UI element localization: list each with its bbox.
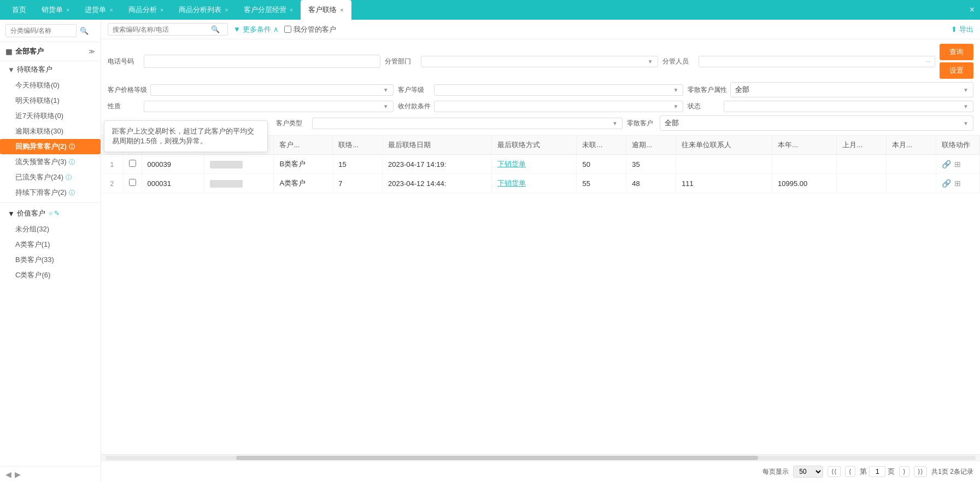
sidebar-item-unclassified[interactable]: 未分组(32) bbox=[0, 222, 101, 237]
toolbar-search-input[interactable] bbox=[113, 26, 211, 33]
close-sales-icon[interactable]: × bbox=[66, 7, 69, 13]
page-input[interactable] bbox=[869, 466, 885, 477]
row1-checkbox[interactable] bbox=[129, 160, 136, 167]
close-customer-tier-icon[interactable]: × bbox=[290, 7, 293, 13]
row1-action-cell: 🔗 ⊞ bbox=[936, 155, 980, 174]
customer-price-select[interactable]: ▼ bbox=[150, 84, 394, 96]
first-page-button[interactable]: ⟨⟨ bbox=[828, 466, 841, 477]
next-page-button[interactable]: ⟩ bbox=[899, 466, 909, 477]
sidebar-item-b-class[interactable]: B类客户(33) bbox=[0, 252, 101, 268]
customer-type-select[interactable]: ▼ bbox=[312, 118, 623, 129]
gender-arrow-icon: ▼ bbox=[383, 103, 389, 109]
loss-warning-info-icon[interactable]: ⓘ bbox=[69, 158, 75, 166]
per-page-select[interactable]: 50 20 100 bbox=[793, 466, 823, 478]
nav-item-home[interactable]: 首页 bbox=[4, 0, 34, 20]
close-customer-contact-icon[interactable]: × bbox=[340, 7, 343, 13]
horizontal-scrollbar[interactable] bbox=[101, 454, 980, 461]
row2-link-icon[interactable]: 🔗 bbox=[942, 179, 951, 188]
close-purchase-icon[interactable]: × bbox=[109, 7, 113, 13]
sidebar-item-declining[interactable]: 持续下滑客户(2) ⓘ bbox=[0, 185, 101, 200]
sidebar-scroll-right-icon[interactable]: ▶ bbox=[15, 470, 21, 479]
row1-last-contact-method[interactable]: 下销货单 bbox=[497, 160, 526, 168]
row2-overdue: 48 bbox=[632, 179, 639, 188]
row2-last-contact-method[interactable]: 下销货单 bbox=[497, 179, 526, 187]
branch-person-select[interactable]: ··· bbox=[699, 56, 935, 67]
nav-item-customer-contact[interactable]: 客户联络 × bbox=[301, 0, 351, 20]
sidebar-scroll-left-icon[interactable]: ◀ bbox=[5, 470, 11, 479]
sidebar-item-a-class[interactable]: A类客户(1) bbox=[0, 237, 101, 252]
retail-customer-select[interactable]: 全部 ▼ bbox=[660, 115, 973, 131]
sidebar-item-lost[interactable]: 已流失客户(24) ⓘ bbox=[0, 170, 101, 185]
sidebar-item-7days[interactable]: 近7天待联络(0) bbox=[0, 108, 101, 124]
sidebar-item-today[interactable]: 今天待联络(0) bbox=[0, 78, 101, 93]
sidebar-all-customers[interactable]: ▦ 全部客户 ≫ bbox=[0, 42, 101, 61]
sidebar-item-overdue[interactable]: 逾期未联络(30) bbox=[0, 124, 101, 139]
value-group-edit-icons[interactable]: ○ ✎ bbox=[49, 210, 60, 217]
col-last-contact-method-header[interactable]: 最后联络方式 bbox=[491, 136, 576, 155]
status-select[interactable]: ▼ bbox=[724, 101, 973, 112]
col-last-month-header[interactable]: 上月... bbox=[837, 136, 887, 155]
sidebar-item-repurchase[interactable]: 回购异常客户(2) ⓘ bbox=[0, 139, 101, 154]
my-customers-checkbox[interactable] bbox=[284, 26, 291, 33]
lost-info-icon[interactable]: ⓘ bbox=[66, 173, 72, 182]
settings-button[interactable]: 设置 bbox=[940, 62, 973, 79]
close-analysis-icon[interactable]: × bbox=[160, 7, 163, 13]
col-annual-header[interactable]: 本年... bbox=[772, 136, 837, 155]
declining-info-icon[interactable]: ⓘ bbox=[69, 189, 75, 197]
row1-link-icon[interactable]: 🔗 bbox=[942, 160, 951, 169]
value-group-title[interactable]: ▼ 价值客户 ○ ✎ bbox=[0, 205, 101, 222]
nav-item-analysis-list[interactable]: 商品分析列表 × bbox=[171, 0, 236, 20]
nav-item-sales[interactable]: 销货单 × bbox=[34, 0, 77, 20]
row2-level-cell: A类客户 bbox=[274, 174, 333, 193]
retail-attr-select[interactable]: 全部 ▼ bbox=[730, 82, 973, 97]
table-row: 2 000031 A类客户 bbox=[101, 174, 980, 193]
nav-item-customer-tier[interactable]: 客户分层经营 × bbox=[236, 0, 301, 20]
sidebar-search-input[interactable] bbox=[5, 24, 77, 37]
repurchase-info-icon[interactable]: ⓘ bbox=[69, 143, 75, 151]
nav-item-analysis[interactable]: 商品分析 × bbox=[121, 0, 171, 20]
branch-dept-select[interactable]: ▼ bbox=[421, 56, 658, 67]
col-this-month-header[interactable]: 本月... bbox=[887, 136, 936, 155]
row1-unlisted-cell: 50 bbox=[577, 155, 626, 174]
last-page-button[interactable]: ⟩⟩ bbox=[914, 466, 927, 477]
more-conditions-btn[interactable]: ▼ 更多条件 ∧ bbox=[233, 25, 279, 34]
sidebar-search-container: 🔍 bbox=[0, 20, 101, 42]
col-contact-person-header[interactable]: 往来单位联系人 bbox=[676, 136, 772, 155]
col-last-contact-date-header[interactable]: 最后联络日期 bbox=[383, 136, 492, 155]
nav-item-purchase[interactable]: 进货单 × bbox=[77, 0, 120, 20]
col-unlisted-header[interactable]: 未联... bbox=[577, 136, 626, 155]
value-group: ▼ 价值客户 ○ ✎ 未分组(32) A类客户(1) B类客户(33) C类客户… bbox=[0, 205, 101, 283]
customer-level-select[interactable]: ▼ bbox=[434, 84, 684, 96]
row2-checkbox[interactable] bbox=[129, 179, 136, 186]
toolbar-search-icon[interactable]: 🔍 bbox=[211, 25, 220, 33]
sidebar-item-c-class[interactable]: C类客户(6) bbox=[0, 268, 101, 283]
sidebar-item-loss-warning[interactable]: 流失预警客户(3) ⓘ bbox=[0, 154, 101, 170]
filter-customer-type: 客户类型 ▼ bbox=[276, 118, 623, 129]
row1-last-contact-date-cell: 2023-04-17 14:19: bbox=[383, 155, 492, 174]
col-overdue-header[interactable]: 逾期... bbox=[626, 136, 676, 155]
status-arrow-icon: ▼ bbox=[963, 103, 969, 109]
close-analysis-list-icon[interactable]: × bbox=[225, 7, 228, 13]
phone-input[interactable] bbox=[144, 55, 380, 68]
pending-group-title[interactable]: ▼ 待联络客户 bbox=[0, 61, 101, 78]
export-button[interactable]: ⬆ 导出 bbox=[951, 25, 973, 34]
sidebar-item-tomorrow[interactable]: 明天待联络(1) bbox=[0, 93, 101, 108]
row2-grid-icon[interactable]: ⊞ bbox=[954, 179, 961, 188]
sidebar-search-icon[interactable]: 🔍 bbox=[80, 27, 89, 35]
col-contact-count-header[interactable]: 联络... bbox=[333, 136, 383, 155]
query-button[interactable]: 查询 bbox=[940, 44, 973, 60]
payment-select[interactable]: ▼ bbox=[434, 101, 684, 112]
gender-select[interactable]: ▼ bbox=[144, 101, 394, 112]
row1-overdue: 35 bbox=[632, 160, 639, 169]
customer-level-arrow-icon: ▼ bbox=[673, 87, 678, 93]
col-customer-type-header[interactable]: 客户... bbox=[274, 136, 333, 155]
close-all-tabs-button[interactable]: × bbox=[970, 5, 975, 15]
page-label: 第 bbox=[860, 467, 867, 477]
row1-grid-icon[interactable]: ⊞ bbox=[954, 160, 961, 169]
nav-label-home: 首页 bbox=[12, 5, 26, 15]
prev-page-button[interactable]: ⟨ bbox=[845, 466, 855, 477]
row1-this-month-cell bbox=[887, 155, 936, 174]
row1-level-cell: B类客户 bbox=[274, 155, 333, 174]
row1-code-cell: 000039 bbox=[142, 155, 204, 174]
collapse-icon[interactable]: ≫ bbox=[89, 48, 95, 55]
